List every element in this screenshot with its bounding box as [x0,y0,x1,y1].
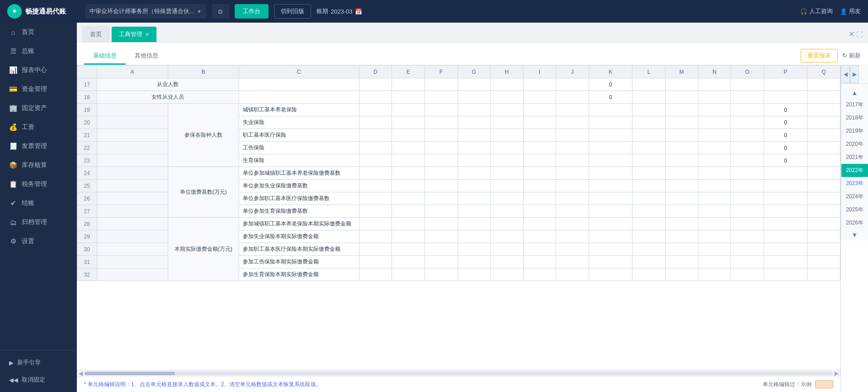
cell-32-I[interactable] [523,268,556,281]
cell-29-A[interactable] [97,230,168,243]
cell-21-G[interactable] [458,129,491,142]
cell-31-D[interactable] [359,256,392,268]
cell-30-N[interactable] [698,243,731,256]
cell-20-N[interactable] [698,116,731,129]
cell-20-Q[interactable] [807,116,840,129]
cell-29-N[interactable] [698,230,731,243]
sidebar-item-finance[interactable]: 💳 资金管理 [0,80,77,99]
reset-report-button[interactable]: 重置报表 [801,49,838,62]
sidebar-item-home[interactable]: ⌂ 首页 [0,23,77,42]
sidebar-item-settings[interactable]: ⚙ 设置 [0,232,77,251]
cell-29-Q[interactable] [807,230,840,243]
cell-27-E[interactable] [392,205,425,218]
cell-22-H[interactable] [491,142,524,154]
cell-29-M[interactable] [665,230,698,243]
cell-27-P[interactable] [764,205,807,218]
cell-18-K[interactable]: 0 [589,91,632,104]
cell-30-D[interactable] [359,243,392,256]
cell-21-E[interactable] [392,129,425,142]
sidebar-item-ledger[interactable]: ☰ 总账 [0,42,77,61]
cell-20-O[interactable] [731,116,764,129]
cell-18-F[interactable] [425,91,458,104]
cell-31-H[interactable] [491,256,524,268]
cell-25-K[interactable] [589,180,632,192]
cell-17-H[interactable] [491,78,524,91]
cell-22-J[interactable] [556,142,589,154]
cell-20-D[interactable] [359,116,392,129]
cell-17-M[interactable] [665,78,698,91]
cell-19-C[interactable]: 城镇职工基本养老保险 [239,104,359,116]
cell-21-O[interactable] [731,129,764,142]
cell-24-L[interactable] [632,167,665,180]
cell-23-F[interactable] [425,154,458,167]
cell-25-N[interactable] [698,180,731,192]
cell-31-I[interactable] [523,256,556,268]
cell-26-L[interactable] [632,192,665,205]
cell-26-H[interactable] [491,192,524,205]
cell-32-P[interactable] [764,268,807,281]
cell-17-G[interactable] [458,78,491,91]
refresh-button[interactable]: ↻ 刷新 [842,52,861,60]
cell-30-C[interactable]: 参加职工基本医疗保险本期实际缴费金额 [239,243,359,256]
sidebar-item-assets[interactable]: 🏢 固定资产 [0,99,77,118]
cell-32-A[interactable] [97,268,168,281]
cell-17-A[interactable]: 从业人数 [97,78,239,91]
consulting-item[interactable]: 🎧 人工咨询 [800,7,833,15]
cell-20-K[interactable] [589,116,632,129]
sidebar-item-reports[interactable]: 📊 报表中心 [0,61,77,80]
cell-26-A[interactable] [97,192,168,205]
year-item-2020[interactable]: 2020年 [841,138,868,151]
cell-19-I[interactable] [523,104,556,116]
cell-22-F[interactable] [425,142,458,154]
expand-right-button[interactable]: ▶ [850,65,859,83]
cell-24-P[interactable] [764,167,807,180]
cell-30-O[interactable] [731,243,764,256]
cell-32-C[interactable]: 参加生育保险本期实际缴费金额 [239,268,359,281]
cell-29-D[interactable] [359,230,392,243]
cell-32-Q[interactable] [807,268,840,281]
cell-27-Q[interactable] [807,205,840,218]
cell-19-M[interactable] [665,104,698,116]
cell-22-A[interactable] [97,142,168,154]
cell-23-H[interactable] [491,154,524,167]
sidebar-item-inventory[interactable]: 📦 库存核算 [0,156,77,175]
cell-27-K[interactable] [589,205,632,218]
cell-31-K[interactable] [589,256,632,268]
year-item-2025[interactable]: 2025年 [841,203,868,216]
copy-button[interactable]: ⊙ [212,4,229,19]
cell-20-L[interactable] [632,116,665,129]
cell-25-E[interactable] [392,180,425,192]
sidebar-unpin[interactable]: ◀◀ 取消固定 [0,371,77,388]
cell-30-M[interactable] [665,243,698,256]
cell-26-P[interactable] [764,192,807,205]
cell-24-F[interactable] [425,167,458,180]
cell-22-G[interactable] [458,142,491,154]
spreadsheet-wrapper[interactable]: A B C D E F G H I J [77,65,840,370]
cell-17-J[interactable] [556,78,589,91]
cell-32-O[interactable] [731,268,764,281]
expand-button[interactable]: ⛶ [856,30,863,38]
cell-26-D[interactable] [359,192,392,205]
cell-24-G[interactable] [458,167,491,180]
cell-21-D[interactable] [359,129,392,142]
cell-27-N[interactable] [698,205,731,218]
cell-30-Q[interactable] [807,243,840,256]
cell-30-H[interactable] [491,243,524,256]
cell-30-F[interactable] [425,243,458,256]
cell-24-H[interactable] [491,167,524,180]
cell-23-C[interactable]: 生育保险 [239,154,359,167]
cell-29-E[interactable] [392,230,425,243]
cell-21-F[interactable] [425,129,458,142]
cell-17-I[interactable] [523,78,556,91]
cell-26-N[interactable] [698,192,731,205]
cell-22-Q[interactable] [807,142,840,154]
cell-22-P[interactable]: 0 [764,142,807,154]
cell-28-P[interactable] [764,218,807,230]
cell-18-O[interactable] [731,91,764,104]
cell-17-K[interactable]: 0 [589,78,632,91]
calendar-icon[interactable]: 📅 [355,8,362,15]
cell-25-P[interactable] [764,180,807,192]
cell-19-F[interactable] [425,104,458,116]
cell-28-F[interactable] [425,218,458,230]
cell-25-C[interactable]: 单位参加失业保险缴费基数 [239,180,359,192]
